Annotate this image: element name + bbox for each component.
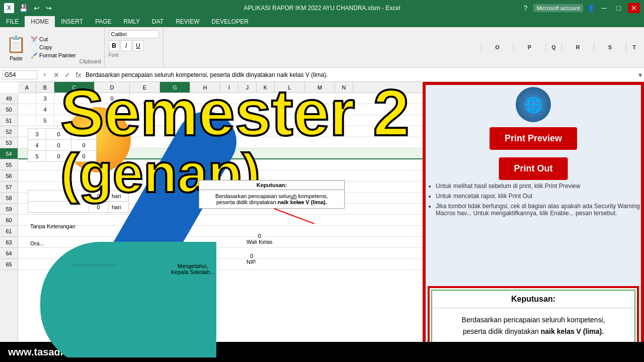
globe-button[interactable]: 🌐	[516, 87, 551, 122]
instructions-panel: Untuk melihat hasil sebelum di print, kl…	[427, 183, 640, 220]
row-59: 59	[0, 204, 18, 215]
cell-b49-tbl[interactable]: 3	[28, 129, 46, 140]
data-table: 3 0 0 4 0 0 5 0 0	[28, 128, 97, 162]
grid-row-60	[18, 215, 423, 226]
instruction-item-2: Untuk mencetak rapor, klik Print Out	[436, 193, 640, 200]
tab-formulas[interactable]: RMLY	[118, 16, 146, 27]
cell-d51-tbl[interactable]: 0	[71, 151, 97, 162]
tab-data[interactable]: DAT	[146, 16, 170, 27]
orang-label: Ora...	[30, 240, 44, 246]
title-bar-left: X 💾 ↩ ↪	[4, 3, 54, 13]
cell-b49[interactable]: 3	[36, 93, 54, 104]
cell-c51-tbl[interactable]: 0	[46, 151, 71, 162]
close-button[interactable]: ✕	[628, 3, 640, 13]
minimize-button[interactable]: ─	[599, 3, 610, 13]
cell-c49[interactable]: 0	[54, 93, 95, 104]
save-button[interactable]: 💾	[17, 3, 30, 13]
tab-home[interactable]: HOME	[25, 16, 55, 27]
cell-b51[interactable]: 5	[36, 115, 54, 126]
numbers-table: 3 0 0 4 0 0 5 0 0	[28, 128, 97, 162]
cut-button[interactable]: ✂️ Cut	[29, 36, 77, 43]
format-painter-button[interactable]: 🖌️ Format Painter	[29, 52, 77, 59]
formula-buttons: ✕ ✓ fx	[51, 70, 84, 80]
row-51: 51	[0, 115, 18, 126]
mengetahui-label: Mengetahui,	[171, 263, 214, 269]
ribbon: FILE HOME INSERT PAGE RMLY DAT REVIEW DE…	[0, 16, 644, 68]
cell-d49[interactable]: 0	[95, 93, 130, 104]
cell-b50[interactable]: 4	[36, 104, 54, 115]
paste-button[interactable]: 📋	[5, 34, 27, 55]
undo-button[interactable]: ↩	[32, 3, 42, 13]
col-d: D	[95, 82, 130, 93]
col-l: L	[275, 82, 305, 93]
copy-button[interactable]: 📄 Copy	[29, 44, 77, 51]
cell-reference-input[interactable]	[2, 70, 37, 79]
row-64: 64	[0, 248, 18, 259]
mengetahui-section: Mengetahui, Kepala Sekolah...	[171, 263, 214, 275]
cancel-formula-button[interactable]: ✕	[51, 70, 61, 80]
cell-a51[interactable]	[18, 115, 36, 126]
col-header-r: R	[561, 43, 594, 51]
col-k: K	[257, 82, 275, 93]
title-bar: X 💾 ↩ ↪ APLIKASI RAPOR IKM 2022 AYU CHAN…	[0, 0, 644, 16]
wali-label: Wali Kelas	[247, 239, 273, 245]
keputusan-small-box: Keputusan: Berdasarkan pencapaian seluru…	[199, 180, 345, 209]
cell-a50[interactable]	[18, 104, 36, 115]
cell-d50-tbl[interactable]: 0	[71, 140, 97, 151]
redo-button[interactable]: ↪	[44, 3, 54, 13]
insert-function-button[interactable]: fx	[73, 70, 84, 80]
table-row: 5 0 0	[28, 151, 97, 162]
row-52: 52	[0, 126, 18, 137]
col-b: B	[36, 82, 54, 93]
absence-val-2[interactable]: 0	[89, 202, 109, 213]
format-painter-icon: 🖌️	[31, 52, 38, 59]
tab-review[interactable]: REVIEW	[170, 16, 205, 27]
absence-val-1[interactable]: 0	[89, 191, 109, 202]
tab-insert[interactable]: INSERT	[55, 16, 89, 27]
bold-button[interactable]: B	[109, 40, 120, 51]
kepala-label: Kepala Sekolah...	[171, 269, 214, 275]
cell-d49-tbl[interactable]: 0	[71, 129, 97, 140]
grid-row-61	[18, 226, 423, 237]
account-button[interactable]: Microsoft account	[533, 4, 583, 12]
expand-formula-button[interactable]: ▾	[638, 71, 642, 79]
cell-c49-tbl[interactable]: 0	[46, 129, 71, 140]
keputusan-small-title: Keputusan:	[199, 180, 344, 190]
absence-label-2[interactable]	[28, 202, 89, 213]
hari-table: 0 hari 0 hari	[28, 190, 129, 213]
tab-developer[interactable]: DEVELOPER	[206, 16, 255, 27]
tab-file[interactable]: FILE	[0, 16, 25, 27]
expand-icon[interactable]: ▾	[39, 72, 49, 77]
row-63: 63	[0, 237, 18, 248]
table-row: 0 hari	[28, 202, 129, 213]
col-a: A	[18, 82, 36, 93]
absence-label-1[interactable]	[28, 191, 89, 202]
cell-b51-tbl[interactable]: 5	[28, 151, 46, 162]
cell-c50-tbl[interactable]: 0	[46, 140, 71, 151]
col-e: E	[130, 82, 160, 93]
underline-button[interactable]: U	[133, 40, 144, 51]
col-c-active: C	[54, 82, 95, 93]
copy-icon: 📄	[31, 44, 38, 51]
tab-page[interactable]: PAGE	[89, 16, 117, 27]
formula-input[interactable]	[86, 71, 636, 78]
blue-curve-shape	[40, 242, 216, 357]
cell-b50-tbl[interactable]: 4	[28, 140, 46, 151]
print-out-button[interactable]: Print Out	[499, 157, 568, 180]
col-g-active: G	[160, 82, 190, 93]
row-50: 50	[0, 104, 18, 115]
keputusan-large-inner: Keputusan: Berdasarkan pencapaian seluru…	[431, 290, 635, 344]
confirm-formula-button[interactable]: ✓	[62, 70, 72, 80]
print-preview-button[interactable]: Print Preview	[490, 127, 577, 150]
row-55: 55	[0, 159, 18, 170]
wali-section: 0 Wali Kelas	[247, 233, 273, 245]
help-button[interactable]: ?	[522, 3, 530, 13]
maximize-button[interactable]: □	[614, 3, 624, 13]
row-54-active: 54	[0, 148, 18, 159]
wali-val: 0	[247, 233, 273, 239]
keputusan-small-text: Berdasarkan pencapaian seluruh kompetens…	[199, 190, 344, 208]
italic-button[interactable]: I	[121, 40, 132, 51]
grid-row-49: 3 0 0	[18, 93, 423, 104]
cell-a49[interactable]	[18, 93, 36, 104]
font-name-input[interactable]	[109, 30, 159, 38]
